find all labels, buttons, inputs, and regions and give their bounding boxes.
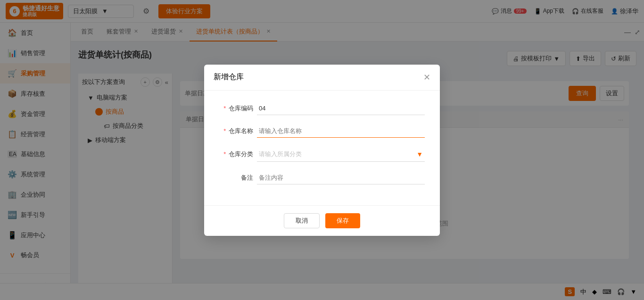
form-label-category: * 仓库分类: [219, 150, 257, 158]
form-label-note: 备注: [219, 174, 257, 182]
chevron-down-category-icon: ▼: [416, 150, 423, 158]
save-button[interactable]: 保存: [325, 213, 360, 228]
cancel-button[interactable]: 取消: [284, 213, 320, 228]
modal-new-warehouse: 新增仓库 ✕ * 仓库编码 * 仓库名称: [204, 65, 440, 236]
required-star-category: *: [223, 150, 226, 158]
warehouse-category-select[interactable]: 请输入所属分类 ▼: [257, 147, 425, 162]
form-item-name: * 仓库名称: [219, 125, 425, 138]
form-item-note: 备注: [219, 171, 425, 184]
modal-overlay: 新增仓库 ✕ * 仓库编码 * 仓库名称: [0, 0, 644, 300]
modal-footer: 取消 保存: [204, 205, 440, 236]
required-star-name: *: [223, 127, 226, 134]
form-item-category: * 仓库分类 请输入所属分类 ▼: [219, 147, 425, 162]
form-label-name: * 仓库名称: [219, 127, 257, 135]
modal-header: 新增仓库 ✕: [204, 65, 440, 91]
required-star-code: *: [223, 105, 226, 112]
modal-body: * 仓库编码 * 仓库名称 * 仓库分类 请输入: [204, 91, 440, 205]
warehouse-name-input[interactable]: [257, 125, 425, 138]
form-item-code: * 仓库编码: [219, 102, 425, 115]
form-label-code: * 仓库编码: [219, 104, 257, 113]
warehouse-code-input[interactable]: [257, 102, 425, 115]
category-placeholder: 请输入所属分类: [259, 150, 302, 158]
warehouse-note-input[interactable]: [257, 171, 425, 184]
modal-title: 新增仓库: [214, 72, 244, 82]
modal-close-button[interactable]: ✕: [423, 72, 430, 83]
